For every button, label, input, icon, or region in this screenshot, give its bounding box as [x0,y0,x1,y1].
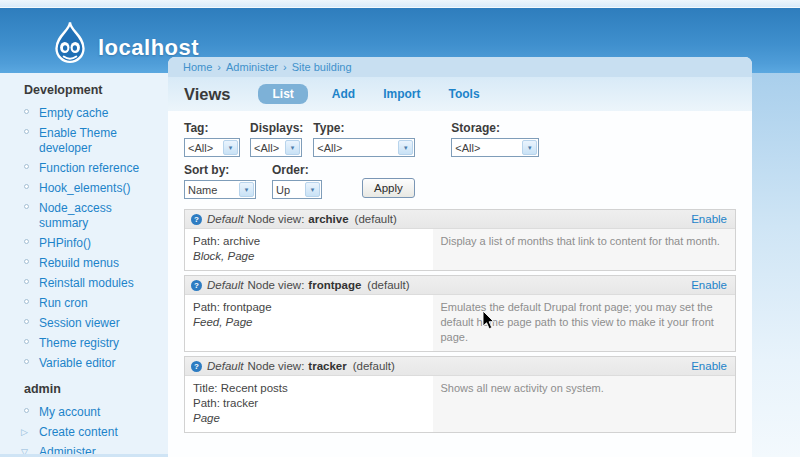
view-description: Shows all new activity on system. [433,376,736,432]
filter-order: Order: Up ▾ [272,163,322,199]
dropdown-arrow-icon: ▾ [305,182,320,197]
view-name: tracker [308,360,346,372]
dropdown-arrow-icon: ▾ [285,140,300,155]
type-select[interactable]: <All> ▾ [313,138,415,157]
enable-link[interactable]: Enable [691,360,727,372]
bullet-circle-icon [24,259,29,264]
view-row-tracker: ? Default Node view: tracker (default) E… [184,356,736,433]
view-name: archive [308,213,348,225]
storage-select[interactable]: <All> ▾ [451,138,539,157]
sidebar-item-phpinfo[interactable]: PHPinfo() [24,236,154,251]
sidebar-item-empty-cache[interactable]: Empty cache [24,106,154,121]
filters-row-2: Sort by: Name ▾ Order: Up ▾ Apply [184,163,736,199]
bullet-circle-icon [24,204,29,209]
view-kind-label: Node view: [247,360,304,372]
views-list: ? Default Node view: archive (default) E… [184,209,736,433]
view-info-cell: Title: Recent posts Path: tracker Page [185,376,433,432]
bullet-circle-icon [24,184,29,189]
filter-order-label: Order: [272,163,322,177]
bullet-circle-icon [24,129,29,134]
view-kind-label: Node view: [247,279,304,291]
expanded-arrow-icon[interactable]: ▽ [21,445,28,457]
apply-button[interactable]: Apply [362,178,415,198]
view-displays: Block, Page [193,249,423,264]
breadcrumb: Home › Administer › Site building [168,57,752,77]
enable-link[interactable]: Enable [691,213,727,225]
sidebar-section-development: Development Empty cache Enable Theme dev… [0,73,168,371]
view-row-body: Path: frontpage Feed, Page Emulates the … [185,295,735,351]
dropdown-arrow-icon: ▾ [398,140,413,155]
view-status: (default) [355,213,397,225]
sidebar-item-theme-registry[interactable]: Theme registry [24,336,154,351]
displays-select[interactable]: <All> ▾ [250,138,302,157]
view-path: Path: archive [193,234,423,249]
sidebar-section-admin: admin My account ▷Create content ▽Admini… [0,376,168,457]
filter-storage: Storage: <All> ▾ [451,121,539,157]
filter-tag: Tag: <All> ▾ [184,121,240,157]
sidebar-item-run-cron[interactable]: Run cron [24,296,154,311]
bullet-circle-icon [24,164,29,169]
sidebar-item-reinstall-modules[interactable]: Reinstall modules [24,276,154,291]
sidebar-item-enable-theme-developer[interactable]: Enable Theme developer [24,126,154,156]
sidebar-section-title: Development [24,83,168,97]
tag-select[interactable]: <All> ▾ [184,138,240,157]
view-title: Title: Recent posts [193,381,423,396]
sidebar-item-administer[interactable]: ▽Administer [24,445,154,457]
view-row-archive: ? Default Node view: archive (default) E… [184,209,736,271]
content-panel: Home › Administer › Site building Views … [168,57,752,457]
drupal-views-admin-page: localhost Development Empty cache Enable… [0,0,800,457]
enable-link[interactable]: Enable [691,279,727,291]
sidebar-item-function-reference[interactable]: Function reference [24,161,154,176]
bullet-circle-icon [24,279,29,284]
filter-sort-by-label: Sort by: [184,163,256,177]
filter-storage-label: Storage: [451,121,539,135]
tab-add[interactable]: Add [332,87,355,101]
sort-by-select[interactable]: Name ▾ [184,180,256,199]
sidebar-item-create-content[interactable]: ▷Create content [24,425,154,440]
tabs-row: Views List Add Import Tools [168,77,752,111]
view-status: (default) [353,360,395,372]
breadcrumb-link-site-building[interactable]: Site building [292,61,352,73]
tab-list[interactable]: List [258,84,307,104]
sidebar-item-my-account[interactable]: My account [24,405,154,420]
sidebar-item-node-access-summary[interactable]: Node_access summary [24,201,154,231]
filter-displays: Displays: <All> ▾ [250,121,303,157]
filters-row-1: Tag: <All> ▾ Displays: <All> ▾ Type: [184,121,736,157]
view-default-label: Default [207,279,243,291]
filter-type-label: Type: [313,121,415,135]
filter-type: Type: <All> ▾ [313,121,415,157]
dropdown-arrow-icon: ▾ [522,140,537,155]
tab-tools[interactable]: Tools [449,87,480,101]
view-path: Path: tracker [193,396,423,411]
collapsed-arrow-icon[interactable]: ▷ [21,425,28,440]
filter-displays-label: Displays: [250,121,303,135]
breadcrumb-link-administer[interactable]: Administer [226,61,278,73]
dropdown-arrow-icon: ▾ [239,182,254,197]
drupal-droplet-icon [52,20,88,66]
help-icon[interactable]: ? [191,361,202,372]
help-icon[interactable]: ? [191,280,202,291]
view-description: Display a list of months that link to co… [433,229,736,270]
sidebar-item-rebuild-menus[interactable]: Rebuild menus [24,256,154,271]
view-path: Path: frontpage [193,300,423,315]
view-row-header: ? Default Node view: tracker (default) E… [185,357,735,376]
bullet-circle-icon [24,408,29,413]
sidebar-item-session-viewer[interactable]: Session viewer [24,316,154,331]
bullet-circle-icon [24,359,29,364]
right-background-gutter [752,73,800,457]
view-info-cell: Path: frontpage Feed, Page [185,295,433,351]
tab-import[interactable]: Import [383,87,420,101]
sidebar-item-variable-editor[interactable]: Variable editor [24,356,154,371]
dropdown-arrow-icon: ▾ [223,140,238,155]
help-icon[interactable]: ? [191,214,202,225]
sidebar-item-hook-elements[interactable]: Hook_elements() [24,181,154,196]
breadcrumb-link-home[interactable]: Home [183,61,212,73]
view-displays: Page [193,411,423,426]
view-row-header: ? Default Node view: frontpage (default)… [185,276,735,295]
sidebar-section-title: admin [24,382,168,396]
bullet-circle-icon [24,319,29,324]
view-default-label: Default [207,360,243,372]
order-select[interactable]: Up ▾ [272,180,322,199]
page-title: Views [184,85,230,104]
view-status: (default) [367,279,409,291]
